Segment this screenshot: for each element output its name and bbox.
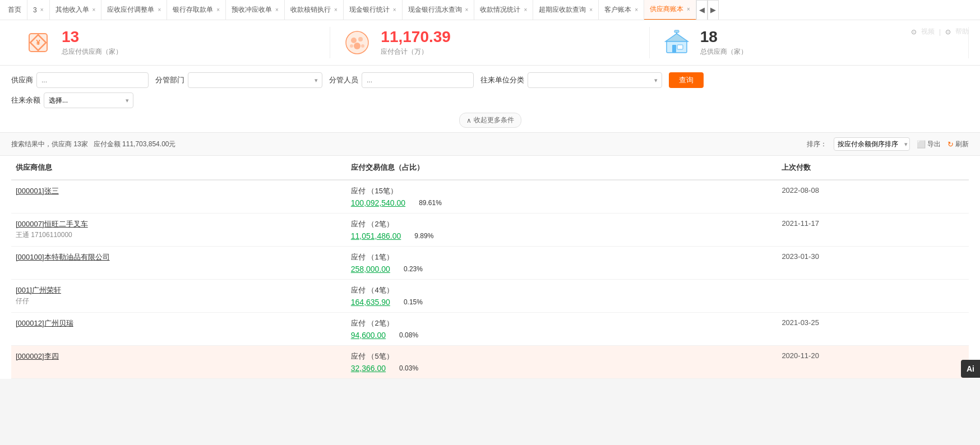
close-icon[interactable]: ×: [687, 6, 690, 12]
dept-select[interactable]: [188, 72, 322, 88]
nav-tab-customer-ledger[interactable]: 客户账本 ×: [599, 0, 644, 20]
supplier-info-cell: [001]广州荣轩仔仔: [11, 280, 346, 313]
close-icon[interactable]: ×: [334, 7, 338, 13]
tx-info-cell: 应付 （15笔）100,092,540.0089.61%: [346, 180, 778, 214]
tx-percent: 0.23%: [404, 265, 423, 273]
tx-amount-link[interactable]: 164,635.90: [351, 298, 390, 307]
close-icon[interactable]: ×: [158, 7, 161, 13]
summary-text: 搜索结果中，供应商 13家 应付金额 111,703,854.00元: [11, 140, 175, 149]
nav-tab-cash-stat[interactable]: 现金银行统计 ×: [344, 0, 403, 20]
close-icon[interactable]: ×: [465, 7, 469, 13]
tx-count-label: 应付 （5笔）: [351, 351, 773, 361]
stat-block-amount: 11,170.39 应付合计（万）: [330, 27, 649, 58]
nav-tab-cash-flow[interactable]: 现金银行流水查询 ×: [403, 0, 475, 20]
close-icon[interactable]: ×: [635, 7, 638, 13]
tx-percent: 9.89%: [414, 232, 433, 240]
supplier-link[interactable]: [000012]广州贝瑞: [16, 319, 73, 327]
ai-assistant-button[interactable]: Ai: [961, 360, 980, 378]
results-summary: 搜索结果中，供应商 13家 应付金额 111,703,854.00元: [11, 140, 175, 149]
supplier-input[interactable]: [36, 72, 149, 88]
nav-tab-3[interactable]: 3 ×: [27, 0, 50, 20]
nav-tab-other-income[interactable]: 其他收入单 ×: [50, 0, 102, 20]
supplier-link[interactable]: [001]广州荣轩: [16, 286, 61, 294]
last-pay-date: 2021-03-25: [777, 313, 969, 346]
tx-info-cell: 应付 （2笔）11,051,486.009.89%: [346, 214, 778, 247]
collapse-icon: ∧: [466, 117, 471, 124]
tx-percent: 0.15%: [404, 298, 423, 306]
close-icon[interactable]: ×: [216, 7, 220, 13]
close-icon[interactable]: ×: [40, 7, 44, 13]
svg-rect-9: [667, 40, 687, 53]
close-icon[interactable]: ×: [589, 7, 593, 13]
refresh-icon: ↻: [947, 140, 954, 149]
export-button[interactable]: ⬜ 导出: [917, 140, 941, 149]
table-row: [001]广州荣轩仔仔应付 （4笔）164,635.900.15%: [11, 280, 969, 313]
supplier-sub-info: 王通 17106110000: [16, 230, 342, 240]
last-pay-date: [777, 280, 969, 313]
nav-tab-bank-deposit[interactable]: 银行存取款单 ×: [167, 0, 226, 20]
top-nav: 首页 3 × 其他收入单 × 应收应付调整单 × 银行存取款单 × 预收冲应收单…: [0, 0, 980, 20]
close-icon[interactable]: ×: [393, 7, 396, 13]
tx-amount-row: 11,051,486.009.89%: [351, 231, 773, 240]
sort-select[interactable]: 按应付余额倒序排序: [834, 137, 910, 151]
balance-select[interactable]: 选择...: [44, 92, 133, 108]
sort-select-wrapper: 按应付余额倒序排序 ▾: [834, 137, 910, 151]
nav-tab-home[interactable]: 首页: [2, 0, 27, 20]
table-row: [000012]广州贝瑞应付 （2笔）94,600.000.08%2021-03…: [11, 313, 969, 346]
query-button[interactable]: 查询: [669, 72, 704, 88]
table-header-row: 供应商信息 应付交易信息（占比） 上次付数: [11, 156, 969, 180]
close-icon[interactable]: ×: [275, 7, 279, 13]
table-row: [000001]张三应付 （15笔）100,092,540.0089.61%20…: [11, 180, 969, 214]
stat-label-total: 总供应商（家）: [700, 47, 747, 57]
svg-point-6: [354, 43, 360, 49]
tx-amount-link[interactable]: 11,051,486.00: [351, 231, 401, 240]
separator: |: [939, 28, 941, 36]
tx-amount-link[interactable]: 100,092,540.00: [351, 198, 405, 207]
supplier-link[interactable]: [000001]张三: [16, 187, 59, 195]
supplier-link[interactable]: [000100]本特勒油品有限公司: [16, 253, 110, 261]
nav-tab-payment-verify[interactable]: 收款核销执行 ×: [285, 0, 344, 20]
svg-text:¥: ¥: [36, 38, 40, 47]
person-input[interactable]: [362, 72, 474, 88]
tx-amount-row: 94,600.000.08%: [351, 331, 773, 340]
filter-item-category: 往来单位分类 ▾: [480, 72, 662, 88]
supplier-filter-label: 供应商: [11, 75, 33, 85]
balance-filter-label: 往来余额: [11, 95, 40, 105]
nav-right-arrow[interactable]: ▶: [708, 0, 719, 20]
help-link[interactable]: 帮助: [955, 27, 969, 36]
collapse-button[interactable]: ∧ 收起更多条件: [459, 113, 521, 128]
nav-left-arrow[interactable]: ◀: [696, 0, 708, 20]
nav-tab-advance-label: 预收冲应收单: [232, 5, 272, 15]
stat-block-suppliers: ¥ 13 总应付供应商（家）: [11, 27, 330, 58]
filter-item-balance: 往来余额 选择... ▾: [11, 92, 133, 108]
refresh-button[interactable]: ↻ 刷新: [947, 140, 969, 149]
dept-select-wrapper: ▾: [188, 72, 322, 88]
tx-amount-link[interactable]: 32,366.00: [351, 364, 386, 373]
nav-tab-supplier-ledger[interactable]: 供应商账本 ×: [644, 0, 696, 20]
supplier-link[interactable]: [000002]李四: [16, 352, 59, 360]
stat-content-suppliers: 13 总应付供应商（家）: [62, 29, 122, 57]
collapse-label: 收起更多条件: [474, 115, 514, 125]
video-link[interactable]: 视频: [921, 27, 935, 36]
nav-tab-payment-verify-label: 收款核销执行: [290, 5, 331, 15]
nav-tab-overdue[interactable]: 超期应收款查询 ×: [533, 0, 599, 20]
store-icon: [661, 27, 692, 58]
supplier-link[interactable]: [000007]恒旺二手叉车: [16, 220, 88, 228]
stat-content-total: 18 总供应商（家）: [700, 29, 747, 57]
nav-tab-receivable-adjust[interactable]: 应收应付调整单 ×: [101, 0, 167, 20]
close-icon[interactable]: ×: [93, 7, 96, 13]
table-row: [000100]本特勒油品有限公司应付 （1笔）258,000.000.23%2…: [11, 247, 969, 280]
tx-count: 应付 （1笔）: [351, 253, 394, 261]
refresh-label: 刷新: [955, 140, 969, 149]
balance-select-wrapper: 选择... ▾: [44, 92, 133, 108]
category-select[interactable]: [528, 72, 662, 88]
last-pay-date: 2022-08-08: [777, 180, 969, 214]
close-icon[interactable]: ×: [524, 7, 527, 13]
tx-amount-link[interactable]: 94,600.00: [351, 331, 386, 340]
tx-amount-link[interactable]: 258,000.00: [351, 265, 390, 274]
nav-tab-receivable-adjust-label: 应收应付调整单: [107, 5, 154, 15]
dept-filter-label: 分管部门: [155, 75, 184, 85]
nav-tab-advance[interactable]: 预收冲应收单 ×: [226, 0, 285, 20]
stat-content-amount: 11,170.39 应付合计（万）: [381, 29, 451, 57]
nav-tab-receipt-stat[interactable]: 收款情况统计 ×: [474, 0, 533, 20]
